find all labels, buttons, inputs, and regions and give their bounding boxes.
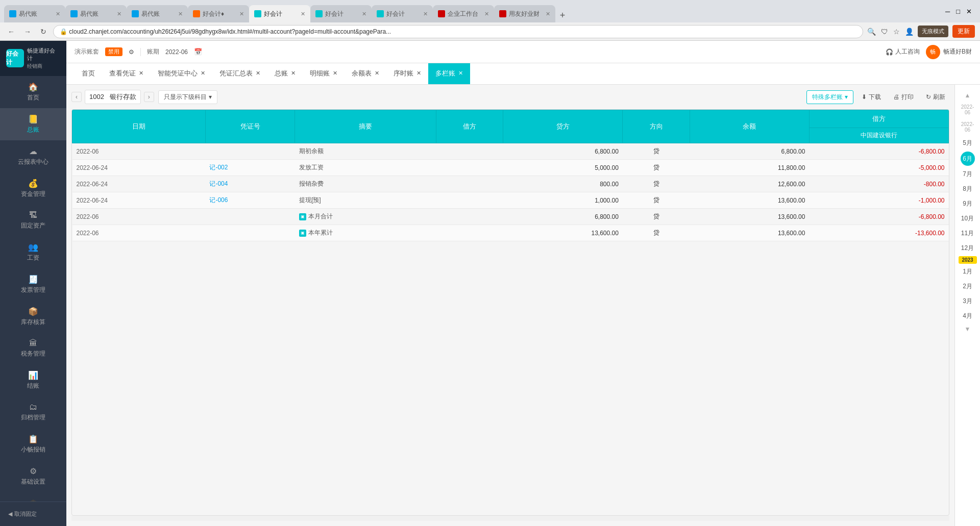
back-button[interactable]: ← — [5, 26, 17, 37]
page-tab-凭证汇总表[interactable]: 凭证汇总表✕ — [212, 63, 267, 85]
forward-button[interactable]: → — [21, 26, 34, 37]
download-button[interactable]: ⬇ 下载 — [857, 91, 885, 104]
browser-tab-2[interactable]: 易代账 ✕ — [65, 5, 127, 22]
tab-bar: 易代账 ✕ 易代账 ✕ 易代账 ✕ 好会计♦ ✕ 好会计 ✕ 好会计 ✕ 好会计… — [4, 0, 941, 22]
sidebar-item-归档管理[interactable]: 🗂 归档管理 — [0, 396, 66, 428]
sidebar-item-税务管理[interactable]: 🏛 税务管理 — [0, 333, 66, 364]
sidebar-item-新手引导[interactable]: 🎓 新手引导 — [0, 492, 66, 502]
sidebar-item-小畅报销[interactable]: 📋 小畅报销 — [0, 428, 66, 460]
browser-tab-4[interactable]: 好会计♦ ✕ — [188, 5, 249, 22]
tab-close-button[interactable]: ✕ — [201, 70, 205, 77]
tab-close-button[interactable]: ✕ — [56, 11, 60, 17]
cell-voucher[interactable]: 记-002 — [205, 160, 295, 176]
multi-col-button[interactable]: 特殊多栏账 ▾ — [806, 90, 853, 104]
page-tab-总账[interactable]: 总账✕ — [267, 63, 303, 85]
sidebar-item-基础设置[interactable]: ⚙ 基础设置 — [0, 460, 66, 492]
tab-close-button[interactable]: ✕ — [239, 11, 244, 17]
print-button[interactable]: 🖨 打印 — [889, 91, 918, 104]
month-item-11月[interactable]: 11月 — [959, 227, 977, 240]
sidebar-item-结账[interactable]: 📊 结账 — [0, 364, 66, 396]
month-item-12月[interactable]: 12月 — [959, 241, 977, 255]
profile-icon[interactable]: 👤 — [905, 28, 914, 36]
bookmark-icon[interactable]: ☆ — [893, 28, 900, 36]
new-tab-button[interactable]: + — [555, 8, 570, 22]
scroll-up-button[interactable]: ▲ — [963, 90, 973, 101]
refresh-button[interactable]: ↻ — [38, 26, 49, 37]
tab-close-button[interactable]: ✕ — [416, 70, 421, 77]
browser-tab-1[interactable]: 易代账 ✕ — [4, 5, 65, 22]
page-tab-序时账[interactable]: 序时账✕ — [386, 63, 428, 85]
sidebar-item-工资[interactable]: 👥 工资 — [0, 236, 66, 268]
sidebar-icon: 📋 — [28, 434, 38, 444]
tab-label: 首页 — [82, 69, 95, 78]
prev-account-button[interactable]: ‹ — [71, 92, 82, 102]
sidebar-item-资金管理[interactable]: 💰 资金管理 — [0, 172, 66, 205]
browser-tab-5[interactable]: 好会计 ✕ — [249, 5, 310, 22]
horizontal-scrollbar[interactable] — [71, 516, 949, 521]
collapse-button[interactable]: ◀ 取消固定 — [5, 507, 61, 521]
search-icon[interactable]: 🔍 — [867, 28, 876, 36]
tab-close-button[interactable]: ✕ — [117, 11, 121, 17]
month-item-4月[interactable]: 4月 — [959, 309, 977, 323]
month-item-10月[interactable]: 10月 — [959, 212, 977, 226]
tab-close-button[interactable]: ✕ — [333, 70, 337, 77]
incognito-button[interactable]: 无痕模式 — [918, 26, 948, 37]
tab-close-button[interactable]: ✕ — [484, 11, 489, 17]
close-icon[interactable]: ✕ — [966, 8, 972, 15]
page-tab-多栏账[interactable]: 多栏账✕ — [428, 63, 470, 85]
tab-close-button[interactable]: ✕ — [301, 11, 305, 17]
refresh-button[interactable]: ↻ 刷新 — [922, 91, 949, 104]
sidebar-item-云报表中心[interactable]: ☁ 云报表中心 — [0, 140, 66, 172]
sidebar-item-库存核算[interactable]: 📦 库存核算 — [0, 300, 66, 333]
maximize-icon[interactable]: □ — [956, 8, 960, 15]
tab-close-button[interactable]: ✕ — [423, 11, 428, 17]
shield-icon[interactable]: 🛡 — [881, 28, 888, 36]
month-item-9月[interactable]: 9月 — [959, 197, 977, 211]
period-value[interactable]: 2022-06 — [165, 48, 188, 56]
month-item-3月[interactable]: 3月 — [959, 294, 977, 308]
cell-voucher[interactable]: 记-004 — [205, 176, 295, 192]
month-item-2月[interactable]: 2月 — [959, 280, 977, 293]
tab-close-button[interactable]: ✕ — [458, 70, 463, 77]
sidebar-item-发票管理[interactable]: 🧾 发票管理 — [0, 268, 66, 300]
tab-close-button[interactable]: ✕ — [362, 11, 366, 17]
month-item-5月[interactable]: 5月 — [959, 136, 977, 150]
month-item-8月[interactable]: 8月 — [959, 182, 977, 196]
month-item-7月[interactable]: 7月 — [959, 167, 977, 181]
browser-tab-7[interactable]: 好会计 ✕ — [372, 5, 433, 22]
sidebar-item-首页[interactable]: 🏠 首页 — [0, 76, 66, 108]
tab-close-button[interactable]: ✕ — [375, 70, 379, 77]
tab-close-button[interactable]: ✕ — [291, 70, 296, 77]
tab-close-button[interactable]: ✕ — [256, 70, 260, 77]
sidebar-item-总账[interactable]: 📒 总账 — [0, 108, 66, 140]
cell-voucher[interactable]: 记-006 — [205, 192, 295, 209]
url-bar[interactable]: 🔒 cloud2.chanjet.com/accounting/uh26t264… — [53, 25, 863, 38]
page-tab-明细账[interactable]: 明细账✕ — [303, 63, 345, 85]
cell-summary: ▣ 本年累计 — [295, 225, 436, 241]
col-extra-sub: 中国建设银行 — [809, 128, 948, 143]
calendar-icon[interactable]: 📅 — [194, 48, 202, 56]
tab-close-button[interactable]: ✕ — [139, 70, 143, 77]
tab-close-button[interactable]: ✕ — [178, 11, 183, 17]
filter-dropdown[interactable]: 只显示下级科目 ▾ — [158, 90, 217, 104]
consult-button[interactable]: 🎧 人工咨询 — [886, 47, 920, 56]
browser-tab-8[interactable]: 企业工作台 ✕ — [433, 5, 494, 22]
scroll-down-button[interactable]: ▼ — [963, 323, 973, 335]
status-tag[interactable]: 禁用 — [105, 47, 122, 56]
page-tab-查看凭证[interactable]: 查看凭证✕ — [102, 63, 151, 85]
month-item-1月[interactable]: 1月 — [959, 265, 977, 279]
month-item-6月[interactable]: 6月 — [961, 152, 975, 166]
update-button[interactable]: 更新 — [952, 25, 975, 38]
browser-tab-6[interactable]: 好会计 ✕ — [310, 5, 372, 22]
browser-tab-3[interactable]: 易代账 ✕ — [127, 5, 188, 22]
settings-icon[interactable]: ⚙ — [129, 48, 134, 56]
page-tab-智能凭证中心[interactable]: 智能凭证中心✕ — [151, 63, 212, 85]
tab-close-button[interactable]: ✕ — [546, 11, 550, 17]
minimize-icon[interactable]: ─ — [945, 8, 950, 15]
page-tab-首页[interactable]: 首页 — [75, 63, 102, 85]
company-label: 演示账套 — [75, 47, 99, 56]
next-account-button[interactable]: › — [144, 92, 154, 102]
page-tab-余额表[interactable]: 余额表✕ — [345, 63, 386, 85]
sidebar-item-固定资产[interactable]: 🏗 固定资产 — [0, 205, 66, 236]
browser-tab-9[interactable]: 用友好业财 ✕ — [494, 5, 555, 22]
